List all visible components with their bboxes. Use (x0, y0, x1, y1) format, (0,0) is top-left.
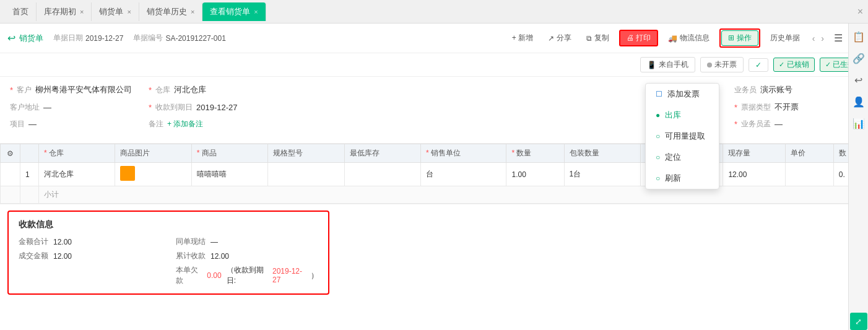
customer-label: 客户 (17, 85, 32, 95)
tab-inventory-init[interactable]: 库存期初 × (37, 2, 92, 21)
locate-item[interactable]: ○ 定位 (646, 147, 719, 168)
check-icon3: ✓ (825, 61, 831, 68)
tab-check-sales-close[interactable]: × (254, 8, 258, 15)
agent-label: 业务员孟 (741, 119, 771, 129)
settlement-value: — (210, 238, 218, 246)
copy-button[interactable]: ⧉ 复制 (581, 30, 614, 46)
sidebar-icon-2[interactable]: 🔗 (850, 50, 867, 67)
print-button[interactable]: 🖨 打印 (619, 30, 658, 46)
ticket-type-field: * 票据类型 不开票 (734, 102, 858, 113)
form-row-3: 项目 — 备注 + 添加备注 * 业务员孟 — (10, 119, 858, 129)
from-phone-button[interactable]: 📱 来自手机 (640, 57, 695, 72)
operations-highlight: ⊞ 操作 (719, 28, 760, 48)
add-note-button[interactable]: + 添加备注 (167, 119, 203, 129)
history-label: 历史单据 (770, 33, 800, 43)
col-product: * 商品 (191, 144, 267, 163)
doc-icon: ↩ (7, 32, 15, 44)
settings-icon[interactable]: ⚙ (7, 149, 14, 158)
nav-arrows: ‹ › (810, 32, 827, 45)
logistics-button[interactable]: 🚚 物流信息 (663, 30, 714, 46)
list-view-icon[interactable]: ☰ (831, 31, 845, 45)
total-label: 金额合计 (19, 237, 48, 247)
available-qty-icon: ○ (656, 132, 660, 141)
right-sidebar: 📋 🔗 ↩ 👤 📊 ⤢ (848, 24, 868, 330)
cumulative-value: 12.00 (210, 252, 229, 261)
subtotal-empty (20, 186, 39, 204)
transaction-label: 成交金额 (19, 251, 48, 261)
copy-icon: ⧉ (586, 34, 592, 43)
tab-sales-order-close[interactable]: × (127, 8, 131, 15)
sidebar-icon-4[interactable]: 👤 (850, 93, 867, 110)
prev-arrow[interactable]: ‹ (810, 32, 818, 45)
date-label: 单据日期 (53, 33, 83, 43)
check-button[interactable]: ✓ (749, 58, 768, 72)
share-label: 分享 (557, 33, 571, 43)
cell-spec (268, 163, 344, 186)
doc-title-text: 销货单 (19, 33, 43, 44)
settlement-item: 同单现结 — (176, 237, 318, 247)
tab-home[interactable]: 首页 (5, 2, 37, 21)
cell-settings (1, 163, 20, 186)
close-button[interactable]: × (857, 6, 863, 17)
sidebar-icon-5[interactable]: 📊 (850, 115, 867, 132)
tab-sales-history-label: 销货单历史 (147, 6, 187, 17)
col-product-img: 商品图片 (115, 144, 191, 163)
tab-sales-order-label: 销货单 (99, 6, 123, 17)
tab-inventory-init-close[interactable]: × (80, 8, 84, 15)
transaction-value: 12.00 (53, 252, 72, 261)
main-container: ↩ 销货单 单据日期 2019-12-27 单据编号 SA-20191227-0… (0, 24, 868, 330)
form-row-2: 客户地址 — * 收款到期日 2019-12-27 * 票据类型 不开票 (10, 102, 858, 113)
product-table: ⚙ * 仓库 商品图片 * 商品 规格型号 最低库存 * 销售单位 (0, 144, 868, 204)
phone-icon: 📱 (647, 61, 656, 69)
col-settings[interactable]: ⚙ (1, 144, 20, 163)
cumulative-item: 累计收款 12.00 (176, 251, 318, 261)
not-opened-button[interactable]: 未开票 (700, 57, 744, 72)
operations-button[interactable]: ⊞ 操作 (721, 30, 758, 46)
cell-unit-price (786, 163, 834, 186)
expand-icon[interactable]: ⤢ (850, 313, 867, 330)
available-qty-item[interactable]: ○ 可用量提取 (646, 126, 719, 147)
cell-current-stock: 12.00 (723, 163, 786, 186)
sidebar-icon-1[interactable]: 📋 (850, 28, 867, 45)
total-value: 12.00 (53, 238, 72, 246)
voided-badge[interactable]: ✓ 已核销 (773, 58, 814, 72)
share-icon: ↗ (548, 34, 554, 43)
subtotal-row: 小计 (1, 186, 868, 204)
tab-sales-history[interactable]: 销货单历史 × (139, 2, 202, 21)
doc-date-meta: 单据日期 2019-12-27 (53, 33, 123, 43)
history-button[interactable]: 历史单据 (765, 30, 805, 46)
cell-qty: 1.00 (506, 163, 564, 186)
refresh-item[interactable]: ○ 刷新 (646, 168, 719, 189)
from-phone-label: 来自手机 (659, 59, 688, 70)
number-value: SA-20191227-001 (165, 34, 225, 43)
check-icon: ✓ (755, 61, 762, 69)
grid-icon: ⊞ (728, 33, 734, 42)
add-invoice-item[interactable]: ☐ 添加发票 (646, 84, 719, 105)
product-image (120, 166, 135, 181)
tab-check-sales[interactable]: 查看销货单 × (202, 2, 266, 21)
outstanding-note-item: 本单欠款 0.00 （收款到期日: 2019-12-27 ） (176, 265, 318, 286)
new-button[interactable]: + 新增 (507, 30, 538, 46)
due-date-label: 收款到期日 (155, 102, 193, 113)
cell-warehouse: 河北仓库 (39, 163, 115, 186)
next-arrow[interactable]: › (818, 32, 827, 45)
outbound-item[interactable]: ● 出库 (646, 105, 719, 126)
col-qty: * 数量 (506, 144, 564, 163)
tab-bar: 首页 库存期初 × 销货单 × 销货单历史 × 查看销货单 × × (0, 0, 868, 24)
payment-info: 收款信息 金额合计 12.00 同单现结 — 成交金额 12.00 累计收款 1… (7, 211, 329, 295)
address-field: 客户地址 — (10, 102, 134, 113)
product-table-container: ⚙ * 仓库 商品图片 * 商品 规格型号 最低库存 * 销售单位 (0, 144, 868, 204)
print-label: 打印 (636, 33, 651, 42)
address-label: 客户地址 (10, 102, 40, 113)
operations-dropdown: ☐ 添加发票 ● 出库 ○ 可用量提取 ○ 定位 ○ 刷新 (645, 83, 719, 189)
cumulative-label: 累计收款 (176, 251, 206, 261)
outbound-icon: ● (656, 111, 660, 119)
col-pack-qty: 包装数量 (564, 144, 640, 163)
tab-sales-order[interactable]: 销货单 × (92, 2, 139, 21)
tab-home-label: 首页 (12, 6, 28, 17)
share-button[interactable]: ↗ 分享 (543, 30, 576, 46)
ticket-type-label: 票据类型 (741, 102, 771, 113)
available-qty-label: 可用量提取 (665, 131, 705, 142)
tab-sales-history-close[interactable]: × (191, 8, 194, 15)
sidebar-icon-3[interactable]: ↩ (852, 72, 865, 89)
